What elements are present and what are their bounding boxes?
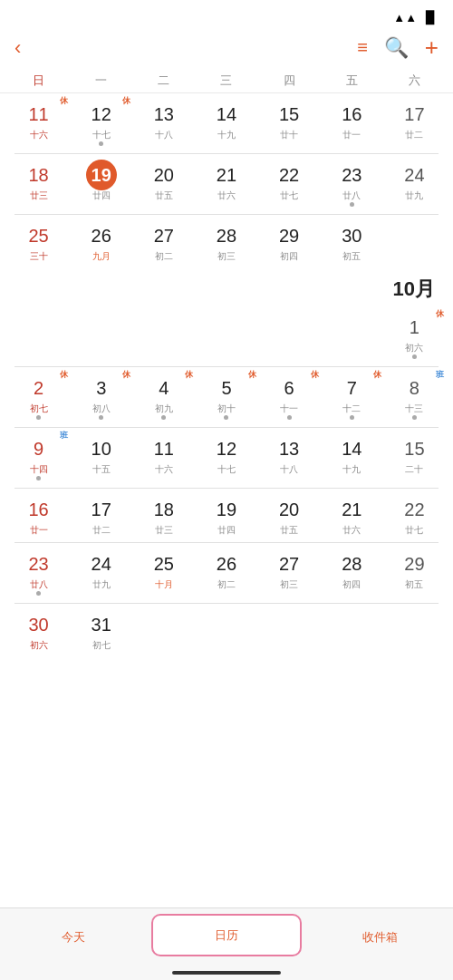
day-cell[interactable]: 班8十三 bbox=[383, 369, 446, 425]
day-number-text: 30 bbox=[342, 227, 361, 245]
day-cell[interactable]: 18廿三 bbox=[7, 156, 70, 212]
day-number-text: 29 bbox=[404, 555, 424, 573]
lunar-date: 初六 bbox=[405, 344, 423, 353]
day-cell[interactable]: 31初七 bbox=[70, 606, 132, 655]
list-view-icon[interactable]: ≡ bbox=[357, 37, 368, 58]
day-number-text: 6 bbox=[284, 379, 294, 397]
day-number-text: 20 bbox=[154, 166, 174, 184]
day-cell[interactable]: 23廿八 bbox=[7, 545, 70, 601]
day-cell[interactable]: 24廿九 bbox=[383, 156, 446, 212]
day-cell[interactable]: 13十八 bbox=[132, 95, 195, 151]
day-cell[interactable]: 26初二 bbox=[195, 545, 257, 601]
lunar-date: 廿四 bbox=[217, 526, 236, 535]
day-cell[interactable]: 27初二 bbox=[132, 217, 195, 267]
lunar-date: 十六 bbox=[30, 131, 48, 140]
status-icons: ▲▲ ▉ bbox=[393, 11, 435, 24]
day-number-text: 25 bbox=[154, 555, 174, 573]
day-cell[interactable]: 10十五 bbox=[70, 430, 132, 486]
day-cell[interactable]: 23廿八 bbox=[321, 156, 383, 212]
lunar-date: 初七 bbox=[92, 641, 111, 650]
day-cell[interactable]: 19廿四 bbox=[195, 490, 257, 540]
lunar-date: 初五 bbox=[405, 580, 423, 589]
day-cell[interactable]: 19廿四 bbox=[70, 156, 132, 212]
day-number-wrap: 28 bbox=[336, 548, 367, 579]
day-cell[interactable]: 16廿一 bbox=[7, 490, 70, 540]
day-cell[interactable]: 26九月 bbox=[70, 217, 132, 267]
lunar-date: 十七 bbox=[217, 465, 236, 474]
add-icon[interactable]: + bbox=[425, 34, 439, 62]
day-cell[interactable]: 24廿九 bbox=[70, 545, 132, 601]
day-number-text: 19 bbox=[92, 166, 111, 184]
nav-back[interactable]: ‹ bbox=[14, 36, 24, 60]
day-cell[interactable]: 27初三 bbox=[258, 545, 321, 601]
day-cell[interactable]: 25三十 bbox=[7, 217, 70, 267]
day-number-text: 12 bbox=[217, 440, 236, 458]
lunar-date: 廿三 bbox=[30, 191, 48, 200]
day-cell[interactable]: 休3初八 bbox=[70, 369, 132, 425]
day-number-wrap: 10 bbox=[86, 433, 117, 464]
oct-week-4: 16廿一17廿二18廿三19廿四20廿五21廿六22廿七 bbox=[7, 490, 446, 540]
day-cell[interactable]: 17廿二 bbox=[383, 95, 446, 151]
day-cell[interactable]: 30初六 bbox=[7, 606, 70, 655]
day-cell[interactable]: 20廿五 bbox=[132, 156, 195, 212]
lunar-date: 十九 bbox=[217, 131, 236, 140]
day-number-text: 28 bbox=[342, 555, 361, 573]
day-cell[interactable]: 14十九 bbox=[321, 430, 383, 486]
day-cell bbox=[132, 308, 195, 364]
day-cell[interactable]: 29初五 bbox=[383, 545, 446, 601]
day-number-wrap: 18 bbox=[24, 160, 54, 190]
lunar-date: 廿九 bbox=[405, 191, 423, 200]
oct-week-3: 班9十四10十五11十六12十七13十八14十九15二十 bbox=[7, 430, 446, 486]
event-dot bbox=[161, 415, 166, 420]
day-cell[interactable]: 16廿一 bbox=[321, 95, 383, 151]
day-cell[interactable]: 22廿七 bbox=[383, 490, 446, 540]
day-number-text: 13 bbox=[279, 440, 299, 458]
day-cell[interactable]: 21廿六 bbox=[195, 156, 257, 212]
day-cell[interactable]: 20廿五 bbox=[258, 490, 321, 540]
inbox-tab[interactable]: 收件箱 bbox=[307, 908, 453, 965]
day-cell[interactable]: 18廿三 bbox=[132, 490, 195, 540]
today-tab[interactable]: 今天 bbox=[0, 908, 146, 965]
day-cell[interactable]: 21廿六 bbox=[321, 490, 383, 540]
day-cell[interactable]: 15二十 bbox=[383, 430, 446, 486]
day-badge: 休 bbox=[122, 369, 130, 381]
day-cell[interactable]: 休2初七 bbox=[7, 369, 70, 425]
day-cell[interactable]: 休4初九 bbox=[132, 369, 195, 425]
day-cell[interactable]: 29初四 bbox=[258, 217, 321, 267]
day-number-text: 23 bbox=[28, 555, 48, 573]
day-cell[interactable]: 30初五 bbox=[321, 217, 383, 267]
status-bar: ▲▲ ▉ bbox=[0, 0, 453, 30]
day-cell[interactable]: 15廿十 bbox=[258, 95, 321, 151]
calendar-tab[interactable]: 日历 bbox=[151, 914, 301, 956]
lunar-date: 初九 bbox=[155, 404, 173, 413]
day-number-wrap: 20 bbox=[274, 494, 304, 525]
day-cell[interactable]: 17廿二 bbox=[70, 490, 132, 540]
day-cell[interactable]: 28初三 bbox=[195, 217, 257, 267]
signal-icon: ▲▲ bbox=[393, 11, 417, 24]
day-cell[interactable]: 25十月 bbox=[132, 545, 195, 601]
september-section: 休11十六休12十七13十八14十九15廿十16廿一17廿二 18廿三19廿四2… bbox=[0, 95, 453, 267]
search-icon[interactable]: 🔍 bbox=[384, 36, 409, 60]
day-number-text: 8 bbox=[410, 379, 419, 397]
day-cell[interactable]: 休12十七 bbox=[70, 95, 132, 151]
day-cell[interactable]: 13十八 bbox=[258, 430, 321, 486]
lunar-date: 十一 bbox=[280, 404, 298, 413]
oct-week-6: 30初六31初七 bbox=[7, 606, 446, 655]
lunar-date: 廿五 bbox=[280, 526, 298, 535]
day-cell[interactable]: 11十六 bbox=[132, 430, 195, 486]
day-badge: 休 bbox=[436, 308, 444, 320]
day-cell[interactable]: 班9十四 bbox=[7, 430, 70, 486]
day-cell[interactable]: 休7十二 bbox=[321, 369, 383, 425]
day-cell[interactable]: 22廿七 bbox=[258, 156, 321, 212]
day-cell[interactable]: 12十七 bbox=[195, 430, 257, 486]
day-number-text: 21 bbox=[217, 166, 236, 184]
day-cell[interactable]: 14十九 bbox=[195, 95, 257, 151]
day-number-wrap: 17 bbox=[399, 99, 429, 130]
calendar-label: 日历 bbox=[215, 927, 238, 944]
day-cell[interactable]: 28初四 bbox=[321, 545, 383, 601]
day-cell[interactable]: 休5初十 bbox=[195, 369, 257, 425]
day-cell[interactable]: 休6十一 bbox=[258, 369, 321, 425]
day-cell[interactable]: 休1初六 bbox=[383, 308, 446, 364]
day-cell[interactable]: 休11十六 bbox=[7, 95, 70, 151]
lunar-date: 初四 bbox=[342, 580, 361, 589]
